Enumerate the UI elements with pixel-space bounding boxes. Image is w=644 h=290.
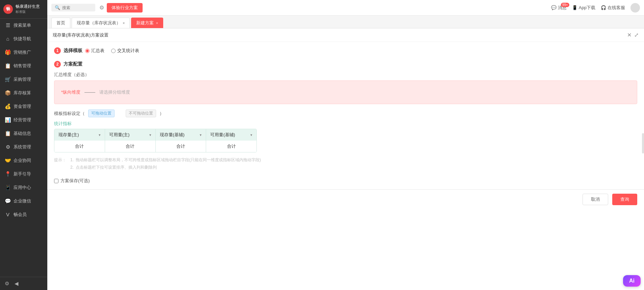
purchase-label: 采购管理 [14,76,31,82]
col-available-aux[interactable]: 可用量(基辅) ▾ [206,129,256,141]
indicator-label-text: 模板指标设定（ [54,111,85,117]
sidebar-item-wechat[interactable]: 💬企业微信 [0,194,47,208]
radio-summary-input[interactable] [85,49,90,53]
notify-icon: 💬 [551,5,556,10]
radio-cross-label: 交叉统计表 [117,48,139,54]
member-icon: V [5,212,11,218]
resize-handle[interactable] [642,133,644,153]
step2-title: 方案配置 [64,61,82,67]
sidebar-item-purchase[interactable]: 🛒采购管理 [0,73,47,86]
col-current-main[interactable]: 现存量(主) ▾ [54,129,105,141]
search-icon: 🔍 [55,5,60,10]
dim-required-label: *纵向维度 [61,89,80,95]
online-service-label: 在线客服 [608,5,625,11]
topbar-settings-icon[interactable]: ⚙ [99,4,104,11]
indicator-settings: 模板指标设定（ 可拖动位置 不可拖动位置 ） [54,110,637,117]
save-checkbox-input[interactable] [54,179,58,183]
logo-icon: 畅 [3,4,13,14]
trial-btn[interactable]: 体验行业方案 [107,3,143,13]
radio-cross[interactable]: 交叉统计表 [111,48,139,54]
dim-placeholder: 请选择分组维度 [99,89,130,95]
collapse-icon[interactable]: ◀ [15,281,19,287]
template-radio-group: 汇总表 交叉统计表 [85,48,139,54]
new-guide-label: 新手引导 [14,171,31,177]
headset-icon: 🎧 [601,5,606,10]
sidebar-item-finance[interactable]: 💰资金管理 [0,100,47,113]
quick-nav-icon: ⌂ [5,36,11,42]
query-button[interactable]: 查询 [612,194,637,205]
sidebar-nav: ☰搜索菜单⌂快捷导航🎁营销推广📋销售管理🛒采购管理📦库存核算💰资金管理📊经营管理… [0,19,47,277]
app-download-btn[interactable]: 📱 App下载 [572,5,595,11]
step1-header: 1 选择模板 汇总表 交叉统计表 [54,47,637,54]
tab-bar: 首页 现存量（库存状况表） × 新建方案 × [47,16,644,28]
col-current-aux-arrow[interactable]: ▾ [200,133,202,137]
step2-section: 2 方案配置 汇总维度（必选） *纵向维度 —— 请选择分组维度 模板指标设定（ [54,61,637,171]
search-menu-label: 搜索菜单 [14,22,31,28]
settings-icon[interactable]: ⚙ [5,281,9,287]
sidebar: 畅 畅康通好生意 标准版 ☰搜索菜单⌂快捷导航🎁营销推广📋销售管理🛒采购管理📦库… [0,0,47,290]
step2-header: 2 方案配置 [54,61,637,68]
sidebar-footer: ⚙ ◀ [0,277,47,290]
search-box[interactable]: 🔍 [51,4,95,11]
new-guide-icon: 📍 [5,171,11,177]
online-service-btn[interactable]: 🎧 在线客服 [601,5,625,11]
tip-1-num: 提示： 1. [54,156,74,164]
panel-close-btn[interactable]: ✕ [627,32,631,38]
sidebar-item-inventory[interactable]: 📦库存核算 [0,86,47,100]
tab-new-plan-close[interactable]: × [156,21,158,25]
dimension-area[interactable]: *纵向维度 —— 请选择分组维度 [54,80,637,104]
sidebar-item-operations[interactable]: 📊经营管理 [0,113,47,127]
inventory-label: 库存核算 [14,90,31,96]
col-available-main[interactable]: 可用量(主) ▾ [105,129,156,141]
sidebar-item-quick-nav[interactable]: ⌂快捷导航 [0,32,47,46]
col-available-main-label: 可用量(主) [109,132,130,138]
operations-label: 经营管理 [14,117,31,123]
sidebar-item-enterprise[interactable]: 🤝企业协同 [0,154,47,167]
system-icon: ⚙ [5,144,11,150]
col-available-aux-arrow[interactable]: ▾ [250,133,252,137]
col-current-main-arrow[interactable]: ▾ [99,133,101,137]
tab-home[interactable]: 首页 [51,18,70,28]
radio-cross-input[interactable] [111,49,116,53]
stats-title: 统计指标 [54,121,637,127]
basic-info-label: 基础信息 [14,130,31,137]
marketing-icon: 🎁 [5,49,11,55]
tab-home-label: 首页 [56,20,65,26]
save-checkbox[interactable]: 方案保存(可选) [54,178,637,184]
topbar: 🔍 ⚙ 体验行业方案 💬 消息 99+ 📱 App下载 🎧 在线客服 [47,0,644,16]
cell-0-2: 合计 [156,141,206,152]
radio-summary[interactable]: 汇总表 [85,48,104,54]
sidebar-item-basic-info[interactable]: 📋基础信息 [0,127,47,140]
tab-inventory-status[interactable]: 现存量（库存状况表） × [72,18,130,28]
col-current-main-label: 现存量(主) [58,132,79,138]
content-area: 现存量(库存状况表)方案设置 ✕ ⤢ 1 选择模板 汇总表 [47,28,644,290]
app-logo: 畅 畅康通好生意 标准版 [0,0,47,19]
sidebar-item-member[interactable]: V畅会员 [0,208,47,221]
operations-icon: 📊 [5,117,11,123]
sidebar-item-search-menu[interactable]: ☰搜索菜单 [0,19,47,32]
cell-0-3: 合计 [206,141,256,152]
sidebar-item-app-center[interactable]: 📱应用中心 [0,181,47,194]
col-available-aux-label: 可用量(基辅) [210,132,235,138]
sidebar-item-new-guide[interactable]: 📍新手引导 [0,167,47,181]
col-current-aux[interactable]: 现存量(基辅) ▾ [156,129,206,141]
tip-2: 2. 点击标题栏下拉可设置排序、插入列和删除列 [54,164,637,171]
enterprise-label: 企业协同 [14,158,31,164]
tab-new-plan[interactable]: 新建方案 × [131,18,163,28]
search-input[interactable] [62,5,93,10]
purchase-icon: 🛒 [5,76,11,82]
user-avatar[interactable] [630,3,640,13]
sidebar-item-marketing[interactable]: 🎁营销推广 [0,46,47,59]
notify-btn[interactable]: 💬 消息 99+ [551,5,567,11]
sidebar-item-sales[interactable]: 📋销售管理 [0,59,47,73]
ai-fab-button[interactable]: Ai [623,275,641,287]
tab-inventory-close[interactable]: × [123,21,125,25]
panel-expand-btn[interactable]: ⤢ [634,32,639,38]
basic-info-icon: 📋 [5,130,11,137]
app-center-label: 应用中心 [14,185,31,191]
col-available-main-arrow[interactable]: ▾ [149,133,151,137]
cancel-button[interactable]: 取消 [583,194,608,205]
tab-new-plan-label: 新建方案 [136,20,154,26]
sidebar-item-system[interactable]: ⚙系统管理 [0,140,47,154]
inventory-icon: 📦 [5,90,11,96]
